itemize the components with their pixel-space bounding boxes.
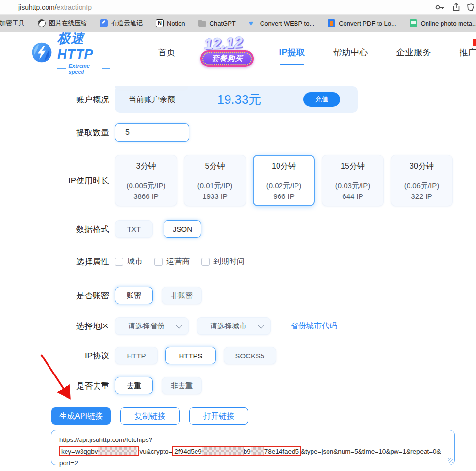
bookmark-notion[interactable]: N Notion <box>156 19 185 27</box>
duration-card-30min[interactable]: 30分钟 (0.06元/IP) 322 IP <box>391 155 453 206</box>
logo-dash-right <box>102 68 111 69</box>
key-mosaic-redaction <box>98 447 137 455</box>
password-key-icon[interactable] <box>435 4 445 10</box>
promo-pill: 套餐购买 <box>200 50 254 67</box>
youdao-pen-icon <box>100 19 108 27</box>
bookmark-encrypt-tool[interactable]: 加密工具 <box>0 19 25 28</box>
url-path: extractionIp <box>57 3 92 11</box>
bookmark-photo-meta[interactable]: Online photo meta... <box>410 19 476 27</box>
protocol-option-http[interactable]: HTTP <box>115 347 158 364</box>
actions-row: 生成API链接 复制链接 打开链接 <box>0 407 476 425</box>
checkbox-icon <box>154 258 163 266</box>
quantity-input[interactable] <box>115 123 189 142</box>
format-row: 数据格式 TXT JSON <box>0 220 476 238</box>
redacted-key-annotation-box: key=w3qgbv <box>59 446 139 456</box>
bookmark-chatgpt[interactable]: ChatGPT <box>198 20 236 27</box>
url-host: jisuhttp.com/ <box>18 3 57 11</box>
auth-option-no-credential[interactable]: 非账密 <box>162 287 202 304</box>
duration-card-10min-selected[interactable]: 10分钟 (0.02元/IP) 966 IP <box>253 155 315 206</box>
api-url-line3: port=2 <box>59 457 446 469</box>
browser-url-bar[interactable]: jisuhttp.com/extractionIp <box>0 0 476 15</box>
dedupe-row: 是否去重 去重 非去重 <box>0 377 476 394</box>
nav-referral[interactable]: 推广返利 <box>459 47 476 58</box>
crypto-mosaic-redaction <box>202 447 244 455</box>
promo-banner-1212[interactable]: 12.12 套餐购买 <box>200 37 254 68</box>
checkbox-carrier[interactable]: 运营商 <box>154 257 190 267</box>
account-row: 账户概况 当前账户余额 19.33元 充值 <box>0 86 476 113</box>
share-icon[interactable] <box>453 3 460 11</box>
main-nav: 首页 12.12 套餐购买 IP提取 帮助中心 企业服务 推广返利 <box>158 37 476 68</box>
divider <box>120 177 172 177</box>
logo-title: 极速HTTP <box>57 30 110 62</box>
divider <box>327 177 378 177</box>
format-option-txt[interactable]: TXT <box>115 220 153 238</box>
quantity-row: 提取数量 <box>0 123 476 142</box>
duration-card-3min[interactable]: 3分钟 (0.005元/IP) 3866 IP <box>115 155 177 206</box>
photo-icon <box>410 19 417 27</box>
promo-label: 套餐购买 <box>212 54 243 63</box>
province-city-code-link[interactable]: 省份城市代码 <box>291 321 337 331</box>
nav-home[interactable]: 首页 <box>158 47 175 58</box>
promo-date: 12.12 <box>204 33 244 52</box>
region-label: 选择地区 <box>0 321 109 332</box>
duration-label: IP使用时长 <box>0 175 109 186</box>
format-option-json-selected[interactable]: JSON <box>164 220 201 238</box>
chevron-down-icon <box>258 322 264 328</box>
scrolled-cutoff-element <box>115 86 188 91</box>
attributes-label: 选择属性 <box>0 256 109 267</box>
bookmark-convert-pdf[interactable]: Convert PDF to Lo... <box>328 19 396 27</box>
divider <box>259 177 309 177</box>
duration-card-15min[interactable]: 15分钟 (0.03元/IP) 644 IP <box>322 155 384 206</box>
textarea-resize-handle[interactable] <box>448 458 453 463</box>
nav-ip-extract[interactable]: IP提取 <box>279 47 305 58</box>
api-url-output[interactable]: https://api.jisuhttp.com/fetchips? key=w… <box>51 430 455 465</box>
nav-hot-badge <box>473 39 476 46</box>
folder-icon <box>198 21 206 27</box>
duration-card-5min[interactable]: 5分钟 (0.01元/IP) 1933 IP <box>184 155 246 206</box>
site-logo[interactable]: 极速HTTP Extreme speed <box>31 30 110 75</box>
balance-label: 当前账户余额 <box>129 95 175 105</box>
pdf-converter-icon <box>328 19 335 27</box>
generate-api-link-button[interactable]: 生成API链接 <box>51 407 111 425</box>
protocol-row: IP协议 HTTP HTTPS SOCKS5 <box>0 347 476 364</box>
balance-value: 19.33元 <box>175 91 303 108</box>
divider <box>189 177 241 177</box>
notion-icon: N <box>156 19 164 27</box>
logo-dash-left <box>57 68 66 69</box>
extension-icon-cutoff[interactable] <box>467 3 474 11</box>
dedupe-option-yes-selected[interactable]: 去重 <box>115 377 153 394</box>
dedupe-option-no[interactable]: 非去重 <box>162 377 202 394</box>
page: jisuhttp.com/extractionIp 加密工具 图片在线压缩 有道… <box>0 0 476 471</box>
heart-icon: ♥ <box>249 19 257 27</box>
protocol-label: IP协议 <box>0 350 109 361</box>
quantity-label: 提取数量 <box>0 127 109 138</box>
bookmark-youdao-note[interactable]: 有道云笔记 <box>100 19 143 28</box>
api-url-line1: https://api.jisuhttp.com/fetchips? <box>59 434 446 446</box>
account-label: 账户概况 <box>0 94 109 105</box>
nav-help-center[interactable]: 帮助中心 <box>333 47 368 58</box>
checkbox-icon <box>115 258 123 266</box>
site-header: 极速HTTP Extreme speed 首页 12.12 套餐购买 IP提取 … <box>0 32 476 72</box>
checkbox-expiry[interactable]: 到期时间 <box>201 257 245 267</box>
copy-link-button[interactable]: 复制链接 <box>120 407 180 425</box>
recharge-button[interactable]: 充值 <box>303 92 340 107</box>
auth-label: 是否账密 <box>0 290 109 301</box>
auth-option-credential-selected[interactable]: 账密 <box>115 287 153 304</box>
redacted-crypto-annotation-box: 2f94d5e9b978e14faed5 <box>172 446 301 456</box>
protocol-option-https-selected[interactable]: HTTPS <box>165 347 216 364</box>
nav-enterprise[interactable]: 企业服务 <box>396 47 431 58</box>
dedupe-label: 是否去重 <box>0 380 109 391</box>
crypto-mosaic-redaction <box>251 447 264 455</box>
protocol-option-socks5[interactable]: SOCKS5 <box>224 347 276 364</box>
city-select[interactable]: 请选择城市 <box>197 317 271 335</box>
open-link-button[interactable]: 打开链接 <box>189 407 248 425</box>
province-select[interactable]: 请选择省份 <box>115 317 189 335</box>
chevron-down-icon <box>176 322 182 328</box>
extraction-form: 账户概况 当前账户余额 19.33元 充值 提取数量 IP使用时长 3分钟 <box>0 86 476 465</box>
panda-icon <box>38 19 46 27</box>
attributes-row: 选择属性 城市 运营商 到期时间 <box>0 256 476 267</box>
checkbox-city[interactable]: 城市 <box>115 257 143 267</box>
bookmark-image-compress[interactable]: 图片在线压缩 <box>38 19 87 28</box>
bookmark-convert-webp[interactable]: ♥ Convert WEBP to... <box>249 19 314 27</box>
lightning-logo-icon <box>31 39 52 65</box>
